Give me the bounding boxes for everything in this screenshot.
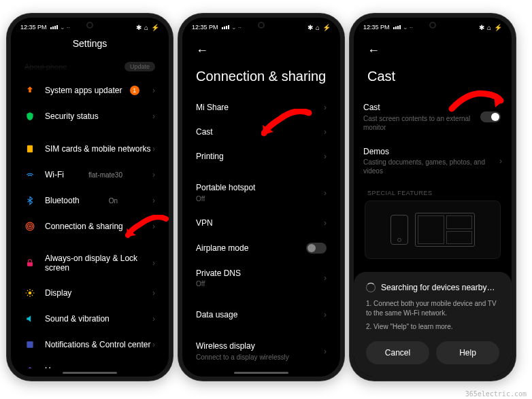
settings-item-sim[interactable]: SIM cards & mobile networks › xyxy=(15,136,165,162)
watermark: 365electric.com xyxy=(465,390,527,398)
phone-illustration-icon xyxy=(390,215,408,245)
item-cast[interactable]: Cast › xyxy=(186,120,336,144)
chevron-right-icon: › xyxy=(152,111,155,121)
back-button[interactable]: ← xyxy=(365,41,382,60)
phone-settings: 12:35 PM ⌄ ·· ✱⌂⚡ Settings About phone U… xyxy=(7,14,173,381)
chevron-right-icon: › xyxy=(152,288,155,298)
status-right-icons: ✱⌂⚡ xyxy=(307,24,331,31)
settings-item-system-updater[interactable]: System apps updater 1 › xyxy=(15,77,165,103)
sun-icon xyxy=(24,288,35,298)
settings-item-connection-sharing[interactable]: Connection & sharing › xyxy=(15,213,165,239)
chevron-right-icon: › xyxy=(324,218,327,228)
signal-icon xyxy=(50,25,58,29)
cancel-button[interactable]: Cancel xyxy=(366,341,429,364)
phone-cast: 12:35 PM ⌄ ·· ✱⌂⚡ ← Cast Cast Cast scree… xyxy=(350,14,516,381)
page-title: Cast xyxy=(354,63,512,95)
special-features-illustration xyxy=(365,201,501,259)
svg-rect-6 xyxy=(27,341,33,347)
settings-item-about[interactable]: About phone Update xyxy=(15,56,165,77)
help-button[interactable]: Help xyxy=(436,341,499,364)
svg-point-1 xyxy=(29,226,31,227)
chevron-right-icon: › xyxy=(152,222,155,231)
chevron-right-icon: › xyxy=(324,310,327,319)
speaker-icon xyxy=(24,313,35,324)
back-button[interactable]: ← xyxy=(193,41,211,60)
chevron-right-icon: › xyxy=(152,314,155,324)
camera-notch xyxy=(86,22,93,29)
signal-icon xyxy=(393,25,401,29)
cast-toggle[interactable] xyxy=(480,111,501,122)
status-right-icons: ✱⌂⚡ xyxy=(479,24,502,31)
item-mi-share[interactable]: Mi Share › xyxy=(186,95,336,120)
modal-instruction-1: 1. Connect both your mobile device and T… xyxy=(366,299,499,318)
item-data-usage[interactable]: Data usage › xyxy=(186,302,336,327)
status-time: 12:35 PM xyxy=(363,24,390,31)
settings-item-notifications[interactable]: Notifications & Control center › xyxy=(15,332,165,358)
settings-item-sound[interactable]: Sound & vibration › xyxy=(15,306,165,332)
svg-point-5 xyxy=(29,292,32,295)
item-demos[interactable]: Demos Casting documents, games, photos, … xyxy=(354,139,512,184)
phone-connection-sharing: 12:35 PM ⌄ ·· ✱⌂⚡ ← Connection & sharing… xyxy=(178,14,344,381)
chevron-right-icon: › xyxy=(152,366,155,368)
spinner-icon xyxy=(366,283,376,292)
shield-icon xyxy=(24,111,35,122)
chevron-right-icon: › xyxy=(152,340,155,349)
chevron-right-icon: › xyxy=(324,127,327,137)
update-badge: 1 xyxy=(130,86,139,95)
settings-item-bluetooth[interactable]: Bluetooth On › xyxy=(15,188,165,213)
wifi-icon xyxy=(24,169,35,180)
modal-title: Searching for devices nearby… xyxy=(381,283,495,292)
chevron-right-icon: › xyxy=(324,273,327,283)
signal-icon xyxy=(222,25,229,29)
chevron-right-icon: › xyxy=(324,188,327,198)
update-tag: Update xyxy=(124,62,155,71)
notification-icon xyxy=(24,339,35,350)
camera-notch xyxy=(258,22,265,29)
chevron-right-icon: › xyxy=(152,196,155,205)
item-private-dns[interactable]: Private DNS Off › xyxy=(186,261,336,296)
status-right-icons: ✱⌂⚡ xyxy=(136,24,159,31)
bluetooth-value: On xyxy=(109,197,118,205)
bluetooth-icon xyxy=(24,195,35,206)
sim-icon xyxy=(24,143,35,154)
chevron-right-icon: › xyxy=(324,347,327,356)
airplane-toggle[interactable] xyxy=(306,243,327,254)
item-hotspot[interactable]: Portable hotspot Off › xyxy=(186,175,336,211)
item-wireless-display[interactable]: Wireless display Connect to a display wi… xyxy=(186,334,336,369)
svg-rect-4 xyxy=(27,262,33,266)
home-icon xyxy=(24,365,35,368)
settings-item-lockscreen[interactable]: Always-on display & Lock screen › xyxy=(15,246,165,280)
chevron-right-icon: › xyxy=(152,86,155,95)
lock-icon xyxy=(24,258,35,268)
chevron-right-icon: › xyxy=(152,170,155,179)
modal-instruction-2: 2. View "Help" to learn more. xyxy=(366,322,499,332)
status-time: 12:35 PM xyxy=(192,24,218,31)
chevron-right-icon: › xyxy=(499,156,502,166)
item-cast-toggle[interactable]: Cast Cast screen contents to an external… xyxy=(354,95,512,139)
settings-item-home[interactable]: Home screen › xyxy=(15,358,165,368)
settings-item-display[interactable]: Display › xyxy=(15,280,165,306)
chevron-right-icon: › xyxy=(152,144,155,154)
share-icon xyxy=(24,221,35,232)
wifi-value: flat-mate30 xyxy=(88,171,122,179)
svg-point-2 xyxy=(28,224,33,229)
chevron-right-icon: › xyxy=(152,258,155,268)
searching-modal: Searching for devices nearby… 1. Connect… xyxy=(354,272,512,377)
tv-illustration-icon xyxy=(415,213,475,247)
nav-bar[interactable] xyxy=(234,372,288,374)
camera-notch xyxy=(429,22,436,29)
settings-item-wifi[interactable]: Wi-Fi flat-mate30 › xyxy=(15,162,165,188)
status-time: 12:35 PM xyxy=(20,24,47,31)
arrow-up-icon xyxy=(24,85,35,96)
nav-bar[interactable] xyxy=(63,372,117,374)
page-title: Connection & sharing xyxy=(182,63,340,95)
page-title: Settings xyxy=(11,34,169,56)
item-vpn[interactable]: VPN › xyxy=(186,211,336,235)
chevron-right-icon: › xyxy=(324,103,327,112)
item-printing[interactable]: Printing › xyxy=(186,144,336,169)
chevron-right-icon: › xyxy=(324,152,327,161)
section-header: SPECIAL FEATURES xyxy=(354,183,512,201)
svg-rect-0 xyxy=(27,145,33,153)
settings-item-security[interactable]: Security status › xyxy=(15,103,165,129)
item-airplane-mode[interactable]: Airplane mode xyxy=(186,235,336,261)
